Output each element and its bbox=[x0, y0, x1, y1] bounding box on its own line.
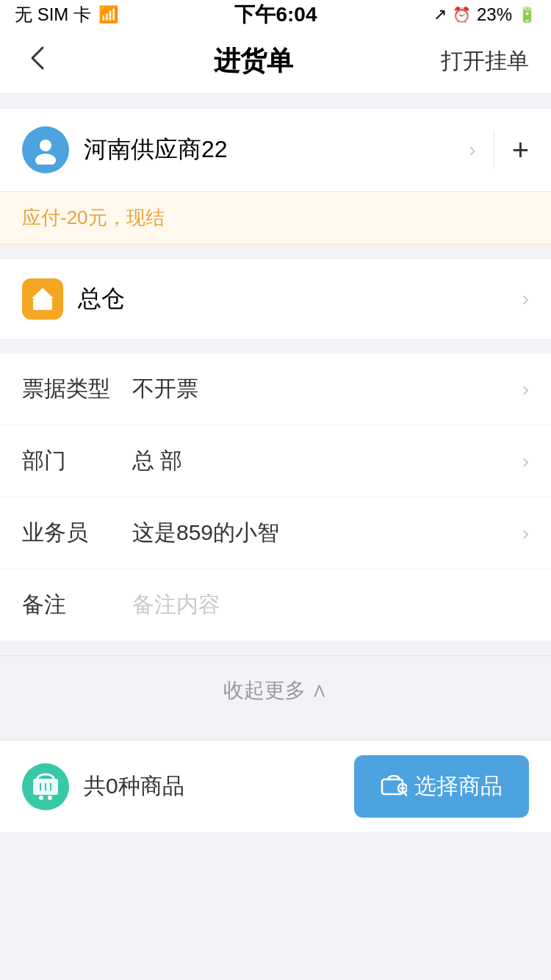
time-label: 下午6:04 bbox=[234, 1, 317, 29]
collapse-button[interactable]: 收起更多 ∧ bbox=[0, 655, 551, 725]
remark-input[interactable]: 备注内容 bbox=[110, 590, 529, 620]
salesman-value: 这是859的小智 bbox=[110, 518, 522, 548]
status-bar: 无 SIM 卡 📶 下午6:04 ↗ ⏰ 23% 🔋 bbox=[0, 0, 551, 29]
product-count: 共0种商品 bbox=[84, 771, 354, 801]
warehouse-icon bbox=[22, 278, 63, 320]
svg-point-7 bbox=[48, 796, 52, 800]
add-button[interactable]: + bbox=[512, 135, 529, 165]
status-left: 无 SIM 卡 📶 bbox=[15, 3, 118, 26]
salesman-chevron-icon: › bbox=[522, 522, 529, 545]
invoice-type-label: 票据类型 bbox=[22, 374, 110, 404]
svg-point-6 bbox=[39, 796, 43, 800]
warehouse-name: 总仓 bbox=[78, 283, 522, 315]
location-icon: ↗ bbox=[433, 5, 447, 24]
cart-icon-wrap bbox=[22, 763, 69, 810]
supplier-row[interactable]: 河南供应商22 › + bbox=[0, 109, 551, 191]
divider bbox=[494, 131, 494, 168]
avatar bbox=[22, 126, 69, 173]
invoice-type-value: 不开票 bbox=[110, 374, 522, 404]
bottom-bar: 共0种商品 选择商品 bbox=[0, 740, 551, 832]
open-pending-button[interactable]: 打开挂单 bbox=[441, 46, 529, 76]
select-product-button[interactable]: 选择商品 bbox=[354, 755, 529, 818]
warehouse-section[interactable]: 总仓 › bbox=[0, 259, 551, 339]
back-button[interactable] bbox=[22, 43, 66, 79]
notice-text: 应付-20元，现结 bbox=[22, 206, 165, 228]
nav-bar: 进货单 打开挂单 bbox=[0, 29, 551, 94]
department-value: 总 部 bbox=[110, 446, 522, 476]
department-label: 部门 bbox=[22, 446, 110, 476]
empty-area bbox=[0, 832, 551, 980]
supplier-chevron-icon: › bbox=[469, 138, 475, 162]
remark-label: 备注 bbox=[22, 590, 110, 620]
notice-bar: 应付-20元，现结 bbox=[0, 191, 551, 245]
supplier-name: 河南供应商22 bbox=[84, 134, 469, 166]
alarm-icon: ⏰ bbox=[453, 6, 471, 24]
remark-row[interactable]: 备注 备注内容 bbox=[0, 569, 551, 641]
battery-label: 23% bbox=[477, 4, 512, 25]
department-chevron-icon: › bbox=[522, 450, 529, 473]
warehouse-row[interactable]: 总仓 › bbox=[0, 259, 551, 339]
select-product-label: 选择商品 bbox=[414, 771, 503, 801]
invoice-type-row[interactable]: 票据类型 不开票 › bbox=[0, 353, 551, 425]
svg-rect-4 bbox=[40, 304, 46, 310]
svg-marker-3 bbox=[32, 288, 54, 298]
invoice-chevron-icon: › bbox=[522, 378, 529, 401]
svg-point-0 bbox=[40, 140, 51, 151]
carrier-label: 无 SIM 卡 bbox=[15, 3, 91, 26]
page-title: 进货单 bbox=[214, 43, 293, 79]
svg-point-1 bbox=[35, 154, 56, 165]
wifi-icon: 📶 bbox=[98, 5, 118, 24]
battery-icon: 🔋 bbox=[518, 6, 536, 24]
warehouse-chevron-icon: › bbox=[522, 287, 529, 311]
form-section: 票据类型 不开票 › 部门 总 部 › 业务员 这是859的小智 › 备注 备注… bbox=[0, 353, 551, 641]
salesman-label: 业务员 bbox=[22, 518, 110, 548]
department-row[interactable]: 部门 总 部 › bbox=[0, 425, 551, 497]
status-right: ↗ ⏰ 23% 🔋 bbox=[433, 4, 536, 25]
supplier-section: 河南供应商22 › + 应付-20元，现结 bbox=[0, 109, 551, 245]
salesman-row[interactable]: 业务员 这是859的小智 › bbox=[0, 497, 551, 569]
